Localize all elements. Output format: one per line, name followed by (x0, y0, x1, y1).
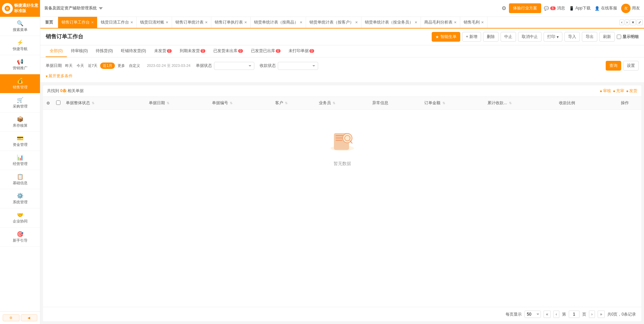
sidebar-item-inventory[interactable]: 📦 库存核算 (0, 113, 40, 132)
col-customer[interactable]: 客户 ⇅ (272, 97, 316, 110)
smart-create-btn[interactable]: ★ 智能生单 (432, 32, 460, 42)
tab-next-btn[interactable]: › (625, 19, 629, 25)
subtab-shipped-out[interactable]: 已发货已出库0 (247, 45, 285, 57)
ship-action-btn[interactable]: ● 发货 (626, 88, 637, 94)
tab-prev-btn[interactable]: ‹ (619, 19, 624, 25)
collapse-btn[interactable]: ◀ (21, 314, 38, 321)
tab-sales-sum-staff[interactable]: 销货单统计表（按业务员） ✕ (361, 17, 421, 28)
tab-close-icon[interactable]: ✕ (454, 21, 457, 24)
payment-select[interactable] (278, 62, 318, 70)
message-item[interactable]: 💬 6 消息 (544, 5, 565, 11)
sidebar-item-sales[interactable]: 💰 销售管理 (0, 74, 40, 93)
tab-close-icon[interactable]: ✕ (205, 21, 208, 24)
industry-btn[interactable]: 体验行业方案 (509, 3, 541, 13)
tab-close-icon[interactable]: ✕ (355, 21, 358, 24)
col-number[interactable]: 单据编号 ⇅ (209, 97, 272, 110)
select-all-checkbox[interactable] (56, 100, 60, 105)
sidebar-item-guide[interactable]: 🎯 新手引导 (0, 228, 40, 247)
tab-cash-reconcile[interactable]: 钱货日清对账 ✕ (137, 17, 172, 28)
tab-close-icon[interactable]: ✕ (166, 21, 168, 24)
subtab-wangpu-ship[interactable]: 旺铺待发货(0) (117, 45, 150, 57)
shortcut-custom[interactable]: 自定义 (128, 63, 141, 69)
import-btn[interactable]: 导入 (564, 32, 580, 42)
subtab-pending-inspect[interactable]: 待拣货(0) (92, 45, 117, 57)
tab-label: 销货单统计表（按商品） (254, 19, 298, 25)
tab-sales-stat[interactable]: 销售订单统计表 ✕ (172, 17, 211, 28)
col-status[interactable]: 单据整体状态 ⇅ (63, 97, 146, 110)
tab-maximize-btn[interactable]: ⤢ (637, 19, 643, 25)
tab-close-icon[interactable]: ✕ (91, 21, 94, 24)
prev-page-btn[interactable]: ‹ (553, 311, 559, 318)
shortcut-today[interactable]: 今天 (75, 63, 85, 69)
shortcut-more[interactable]: 更多 (116, 63, 126, 69)
settings-gear-icon[interactable]: ⚙ (502, 5, 506, 11)
per-page-select[interactable]: 50 10 20 100 (524, 311, 541, 318)
cancel-stop-btn[interactable]: 取消中止 (518, 32, 542, 42)
status-select[interactable] (214, 62, 254, 70)
settings-bottom-btn[interactable]: ⚙ (3, 314, 19, 321)
sidebar-item-search[interactable]: 🔍 搜索菜单 (0, 17, 40, 36)
tab-cash-daily[interactable]: 钱货日清工作台 ✕ (97, 17, 137, 28)
shortcut-7days[interactable]: 近7天 (87, 63, 99, 69)
subtab-all[interactable]: 全部(0) (46, 45, 67, 57)
per-page-label: 每页显示 (506, 312, 522, 317)
subtab-not-printed[interactable]: 未打印单据0 (285, 45, 318, 57)
expand-filter-btn[interactable]: ▾ 展开更多条件 (46, 73, 73, 79)
sidebar-item-enterprise[interactable]: 🤝 企业协同 (0, 208, 40, 228)
tab-sales-sum-customer[interactable]: 销货单统计表（按客户） ✕ (306, 17, 361, 28)
stop-btn[interactable]: 中止 (501, 32, 516, 42)
shortcut-1month[interactable]: 近1月 (100, 63, 115, 69)
tab-gross-margin[interactable]: 商品毛利分析表 ✕ (421, 17, 460, 28)
show-detail-checkbox[interactable] (617, 35, 621, 39)
tab-sales-exec[interactable]: 销售订单执行表 ✕ (211, 17, 251, 28)
tab-sales-sum-product[interactable]: 销货单统计表（按商品） ✕ (251, 17, 306, 28)
sidebar-item-finance[interactable]: 💳 资金管理 (0, 132, 40, 151)
add-btn[interactable]: + 新增 (462, 32, 481, 42)
page-input[interactable] (569, 311, 579, 318)
sidebar-item-label: 基础信息 (13, 180, 28, 186)
subtab-not-shipped[interactable]: 未发货0 (150, 45, 176, 57)
filter-settings-btn[interactable]: 设置 (623, 61, 639, 71)
sidebar-item-purchase[interactable]: 🛒 采购管理 (0, 93, 40, 113)
show-detail-label[interactable]: 显示明细 (617, 34, 639, 40)
subtab-shipped-not-out[interactable]: 已发货未出库0 (209, 45, 247, 57)
tab-sales-profit[interactable]: 销售毛利 ✕ (460, 17, 487, 28)
col-staff[interactable]: 业务员 ⇅ (316, 97, 370, 110)
delete-btn[interactable]: 删除 (483, 32, 499, 42)
system-dropdown[interactable] (99, 6, 103, 10)
sidebar-item-marketing[interactable]: 📢 营销推广 (0, 55, 40, 74)
tab-close-icon[interactable]: ✕ (300, 21, 302, 24)
tab-label: 商品毛利分析表 (424, 19, 453, 25)
export-btn[interactable]: 导出 (582, 32, 597, 42)
sidebar-item-system[interactable]: ⚙️ 系统管理 (0, 189, 40, 208)
subtab-pending-review[interactable]: 待审核(0) (67, 45, 92, 57)
empty-state: 暂无数据 (43, 110, 641, 180)
refresh-btn[interactable]: 刷新 (599, 32, 615, 42)
online-service-item[interactable]: 👤 在线客服 (595, 5, 617, 11)
next-page-btn[interactable]: › (589, 311, 595, 318)
tab-close-icon[interactable]: ✕ (244, 21, 247, 24)
tab-close-icon[interactable]: ✕ (415, 21, 417, 24)
cancel-review-action-btn[interactable]: ● 充审 (613, 88, 624, 94)
sidebar-item-operations[interactable]: 📊 经营管理 (0, 151, 40, 170)
user-item[interactable]: 友 用友 (621, 4, 640, 13)
tab-close-icon[interactable]: ✕ (130, 21, 133, 24)
print-btn[interactable]: 打印 ▾ (544, 32, 562, 42)
tab-home[interactable]: 首页 (40, 17, 58, 28)
col-date[interactable]: 单据日期 ⇅ (146, 97, 209, 110)
query-btn[interactable]: 查询 (606, 61, 621, 71)
sidebar-item-basic[interactable]: 📋 基础信息 (0, 170, 40, 189)
tab-sales-workbench[interactable]: 销售订单工作台 ✕ (58, 17, 97, 28)
sidebar-item-quick[interactable]: ⚡ 快捷导航 (0, 36, 40, 55)
last-page-btn[interactable]: » (598, 311, 605, 318)
app-download-item[interactable]: 📱 App下载 (569, 5, 591, 11)
tab-close-all-btn[interactable]: ✕ (630, 19, 636, 25)
subtab-overdue-ship[interactable]: 到期未发货0 (176, 45, 209, 57)
shortcut-yesterday[interactable]: 昨天 (64, 63, 74, 69)
first-page-btn[interactable]: « (544, 311, 551, 318)
review-action-btn[interactable]: ● 审核 (600, 88, 611, 94)
col-received[interactable]: 累计收款... ⇅ (485, 97, 556, 110)
col-amount[interactable]: 订单金额 ⇅ (422, 97, 485, 110)
col-settings[interactable]: ⚙ (43, 97, 53, 110)
tab-close-icon[interactable]: ✕ (481, 21, 484, 24)
